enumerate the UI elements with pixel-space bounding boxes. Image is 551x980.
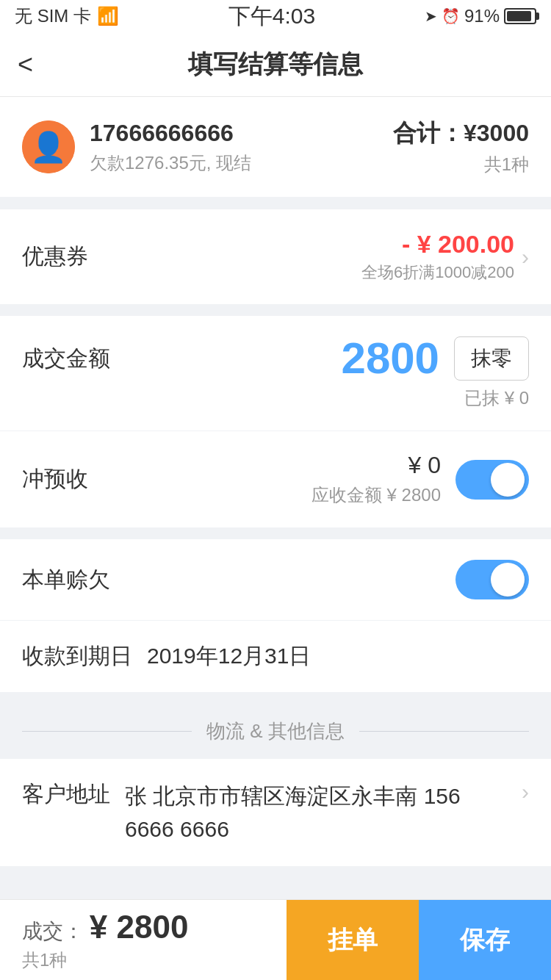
deal-right: 2800 抹零 [342, 336, 529, 381]
total-count: 共1种 [393, 153, 529, 176]
deal-label: 成交金额 [22, 344, 110, 374]
battery-icon [504, 8, 536, 24]
customer-right: 合计：¥3000 共1种 [393, 118, 529, 176]
toggle-thumb [491, 463, 525, 497]
precollect-toggle[interactable] [455, 460, 529, 500]
logistics-text: 物流 & 其他信息 [206, 718, 345, 744]
duedate-row: 收款到期日 2019年12月31日 [22, 641, 529, 671]
round-button[interactable]: 抹零 [454, 336, 529, 381]
avatar-icon: 👤 [30, 130, 67, 165]
coupon-arrow-icon: › [522, 245, 529, 270]
hang-button[interactable]: 挂单 [287, 900, 419, 981]
bottom-count: 共1种 [22, 948, 264, 972]
precollect-amount: ¥ 0 [311, 452, 441, 479]
bottom-deal-amount: ¥ 2800 [90, 909, 189, 945]
status-bar: 无 SIM 卡 📶 下午4:03 ➤ ⏰ 91% [0, 0, 551, 32]
battery-percent: 91% [464, 6, 500, 26]
precollect-right: ¥ 0 应收金额 ¥ 2800 [311, 452, 529, 507]
address-label: 客户地址 [22, 779, 110, 810]
deal-row: 成交金额 2800 抹零 [22, 336, 529, 381]
precollect-sub: 应收金额 ¥ 2800 [311, 483, 441, 507]
customer-details: 17666666666 欠款1276.35元, 现结 [90, 120, 251, 175]
avatar: 👤 [22, 120, 75, 173]
logistics-divider: 物流 & 其他信息 [0, 704, 551, 759]
bottom-deal-label: 成交： [22, 920, 84, 943]
status-right: ➤ ⏰ 91% [425, 6, 536, 26]
credit-label: 本单赊欠 [22, 565, 110, 595]
credit-toggle[interactable] [455, 560, 529, 599]
wifi-icon: 📶 [97, 6, 119, 26]
precollect-label: 冲预收 [22, 464, 88, 494]
bottom-bar: 成交： ¥ 2800 共1种 挂单 保存 [0, 899, 551, 980]
coupon-label: 优惠券 [22, 242, 88, 272]
customer-phone: 17666666666 [90, 120, 251, 147]
save-button[interactable]: 保存 [419, 900, 551, 981]
section-divider-3 [0, 692, 551, 704]
duedate-section: 收款到期日 2019年12月31日 [0, 620, 551, 692]
precollect-row: 冲预收 ¥ 0 应收金额 ¥ 2800 [22, 452, 529, 507]
nav-bar: < 填写结算等信息 [0, 32, 551, 97]
bottom-summary: 成交： ¥ 2800 共1种 [0, 909, 287, 972]
alarm-icon: ⏰ [442, 7, 460, 25]
address-arrow-icon: › [522, 779, 529, 804]
coupon-row[interactable]: 优惠券 - ¥ 200.00 全场6折满1000减200 › [0, 209, 551, 304]
section-divider-1 [0, 304, 551, 316]
customer-sub: 欠款1276.35元, 现结 [90, 151, 251, 175]
main-content: 👤 17666666666 欠款1276.35元, 现结 合计：¥3000 共1… [0, 97, 551, 980]
status-time: 下午4:03 [228, 1, 315, 32]
customer-card: 👤 17666666666 欠款1276.35元, 现结 合计：¥3000 共1… [0, 97, 551, 197]
deal-sub: 已抹 ¥ 0 [22, 386, 529, 410]
back-button[interactable]: < [18, 49, 33, 80]
credit-toggle-thumb [491, 563, 525, 597]
bottom-deal-row: 成交： ¥ 2800 [22, 909, 264, 945]
page-title: 填写结算等信息 [188, 48, 363, 82]
address-section[interactable]: 客户地址 张 北京市市辖区海淀区永丰南 156 6666 6666 › [0, 759, 551, 866]
section-divider-2 [0, 527, 551, 539]
location-icon: ➤ [425, 7, 437, 25]
precollect-section: 冲预收 ¥ 0 应收金额 ¥ 2800 [0, 430, 551, 527]
coupon-right: - ¥ 200.00 全场6折满1000减200 › [361, 230, 529, 284]
address-value: 张 北京市市辖区海淀区永丰南 156 6666 6666 [110, 779, 522, 846]
customer-info-row: 👤 17666666666 欠款1276.35元, 现结 合计：¥3000 共1… [0, 97, 551, 197]
divider-line-left [22, 731, 192, 732]
divider-line-right [359, 731, 529, 732]
coupon-sub: 全场6折满1000减200 [361, 262, 514, 284]
deal-section: 成交金额 2800 抹零 已抹 ¥ 0 [0, 316, 551, 430]
duedate-value: 2019年12月31日 [147, 641, 311, 671]
deal-amount: 2800 [342, 336, 439, 381]
total-amount: 合计：¥3000 [393, 118, 529, 150]
duedate-label: 收款到期日 [22, 641, 132, 671]
credit-section: 本单赊欠 [0, 539, 551, 620]
status-left: 无 SIM 卡 📶 [15, 4, 119, 28]
credit-row: 本单赊欠 [22, 560, 529, 599]
no-sim-text: 无 SIM 卡 [15, 4, 91, 28]
coupon-value: - ¥ 200.00 [361, 230, 514, 259]
customer-left: 👤 17666666666 欠款1276.35元, 现结 [22, 120, 251, 175]
